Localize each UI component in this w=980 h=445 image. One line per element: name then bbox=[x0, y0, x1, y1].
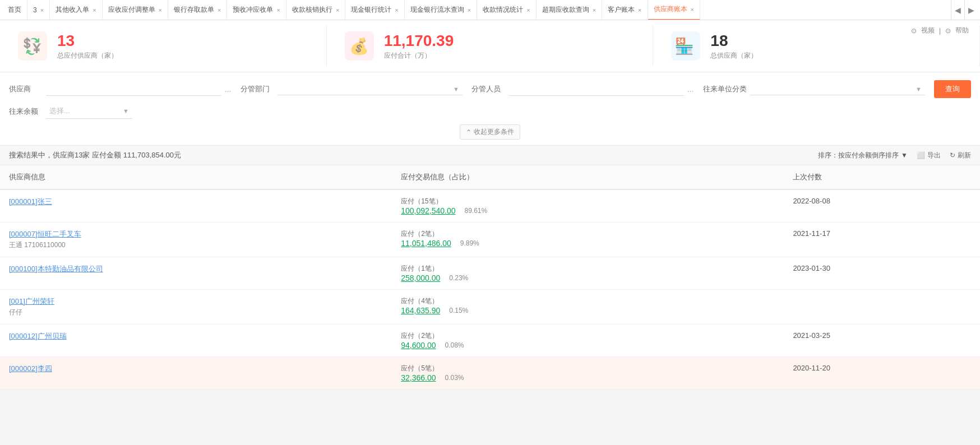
table-row: [000007]恒旺二手叉车王通 17106110000应付（2笔）11,051… bbox=[0, 222, 980, 257]
transaction-label: 应付（2笔） bbox=[401, 331, 775, 341]
table-scroll[interactable]: 供应商信息 应付交易信息（占比） 上次付数 [000001]张三应付（15笔）1… bbox=[0, 165, 980, 390]
tab-bank-deposit-label: 银行存取款单 bbox=[174, 5, 214, 15]
category-select[interactable]: ▼ bbox=[750, 84, 926, 95]
total-suppliers-label: 总供应商（家） bbox=[710, 51, 757, 61]
amount-link[interactable]: 11,051,486.00 bbox=[401, 239, 451, 248]
supplier-link[interactable]: [000002]李四 bbox=[9, 364, 52, 373]
supplier-sub-info: 仔仔 bbox=[9, 308, 383, 317]
supplier-link[interactable]: [001]广州荣轩 bbox=[9, 297, 54, 305]
tab-cash-bank-stats-close[interactable]: × bbox=[395, 7, 398, 13]
supplier-link[interactable]: [000007]恒旺二手叉车 bbox=[9, 230, 81, 238]
sort-select[interactable]: 排序：按应付余额倒序排序 ▼ bbox=[818, 151, 908, 160]
tab-collection-stats[interactable]: 收款情况统计 × bbox=[477, 0, 536, 20]
amount-link[interactable]: 100,092,540.00 bbox=[401, 206, 455, 215]
supplier-table: 供应商信息 应付交易信息（占比） 上次付数 [000001]张三应付（15笔）1… bbox=[0, 165, 980, 390]
transaction-info-cell: 应付（2笔）94,600.000.08% bbox=[392, 325, 784, 357]
filter-row-1: 供应商 ... 分管部门 ▼ 分管人员 ... 往来单位分类 ▼ 查询 bbox=[9, 80, 971, 98]
stat-payable-amount: 💰 11,170.39 应付合计（万） bbox=[327, 26, 654, 66]
tab-advance-offset-close[interactable]: × bbox=[276, 7, 280, 13]
dept-dropdown-icon: ▼ bbox=[453, 86, 459, 92]
amount-row: 100,092,540.0089.61% bbox=[401, 206, 775, 215]
help-link[interactable]: 帮助 bbox=[955, 26, 969, 35]
tab-other-income-close[interactable]: × bbox=[93, 7, 96, 13]
refresh-button[interactable]: ↻ 刷新 bbox=[950, 151, 971, 160]
tab-advance-offset-label: 预收冲应收单 bbox=[233, 5, 273, 15]
tab-collection-verify-label: 收款核销执行 bbox=[292, 5, 332, 15]
tab-cash-bank-stats-label: 现金银行统计 bbox=[351, 5, 391, 15]
tab-3-label: 3 bbox=[33, 6, 37, 14]
transaction-label: 应付（15笔） bbox=[401, 197, 775, 206]
amount-row: 164,635.900.15% bbox=[401, 306, 775, 315]
nav-next-arrow[interactable]: ▶ bbox=[964, 0, 978, 20]
tab-cash-bank-flow[interactable]: 现金银行流水查询 × bbox=[405, 0, 477, 20]
tab-3-close[interactable]: × bbox=[40, 7, 44, 13]
table-row: [000012]广州贝瑞应付（2笔）94,600.000.08%2021-03-… bbox=[0, 325, 980, 357]
person-input[interactable] bbox=[509, 82, 684, 96]
amount-percentage: 0.03% bbox=[445, 374, 464, 382]
stat-payable-suppliers-text: 13 总应付供应商（家） bbox=[57, 31, 118, 61]
last-pay-date: 2023-01-30 bbox=[793, 264, 830, 272]
nav-prev-arrow[interactable]: ◀ bbox=[951, 0, 964, 20]
tab-other-income[interactable]: 其他收入单 × bbox=[50, 0, 102, 20]
amount-percentage: 0.08% bbox=[445, 341, 464, 349]
table-row: [000001]张三应付（15笔）100,092,540.0089.61%202… bbox=[0, 189, 980, 222]
table-row: [001]广州荣轩仔仔应付（4笔）164,635.900.15% bbox=[0, 290, 980, 325]
transaction-label: 应付（2笔） bbox=[401, 229, 775, 239]
last-pay-date: 2021-11-17 bbox=[793, 229, 830, 238]
person-dots-btn[interactable]: ... bbox=[687, 85, 694, 94]
results-bar: 搜索结果中，供应商13家 应付金额 111,703,854.00元 排序：按应付… bbox=[0, 146, 980, 165]
export-button[interactable]: ⬜ 导出 bbox=[917, 151, 941, 160]
tab-overdue-ar[interactable]: 超期应收款查询 × bbox=[537, 0, 602, 20]
transaction-info-cell: 应付（4笔）164,635.900.15% bbox=[392, 290, 784, 325]
filter-balance: 往来余额 选择... ▼ bbox=[9, 104, 132, 119]
balance-dropdown-icon: ▼ bbox=[123, 108, 129, 114]
filter-supplier: 供应商 ... bbox=[9, 82, 232, 96]
sort-label: 排序：按应付余额倒序排序 bbox=[818, 151, 899, 160]
video-link[interactable]: 视频 bbox=[921, 26, 935, 35]
supplier-dots-btn[interactable]: ... bbox=[225, 85, 232, 94]
tab-cash-bank-flow-close[interactable]: × bbox=[468, 7, 471, 13]
collapse-filters-button[interactable]: ⌃ 收起更多条件 bbox=[460, 124, 520, 140]
person-filter-label: 分管人员 bbox=[471, 84, 505, 94]
tab-cash-bank-stats[interactable]: 现金银行统计 × bbox=[345, 0, 404, 20]
tab-supplier-ledger[interactable]: 供应商账本 × bbox=[648, 0, 700, 20]
tab-overdue-ar-close[interactable]: × bbox=[593, 7, 596, 13]
amount-link[interactable]: 32,366.00 bbox=[401, 373, 436, 382]
payable-suppliers-label: 总应付供应商（家） bbox=[57, 51, 118, 61]
dept-select[interactable]: ▼ bbox=[278, 84, 463, 95]
supplier-link[interactable]: [000001]张三 bbox=[9, 197, 52, 206]
tab-customer-ledger-close[interactable]: × bbox=[638, 7, 641, 13]
supplier-input[interactable] bbox=[46, 82, 221, 96]
amount-link[interactable]: 164,635.90 bbox=[401, 306, 440, 315]
tab-ar-ap-adjustment[interactable]: 应收应付调整单 × bbox=[103, 0, 168, 20]
tab-3[interactable]: 3 × bbox=[27, 0, 50, 20]
tab-collection-verify[interactable]: 收款核销执行 × bbox=[286, 0, 345, 20]
tab-supplier-ledger-close[interactable]: × bbox=[691, 6, 694, 13]
tab-bank-deposit-close[interactable]: × bbox=[218, 7, 221, 13]
amount-link[interactable]: 94,600.00 bbox=[401, 341, 436, 350]
tab-ar-ap-adjustment-close[interactable]: × bbox=[159, 7, 162, 13]
supplier-link[interactable]: [000012]广州贝瑞 bbox=[9, 332, 67, 340]
collapse-icon: ⌃ bbox=[466, 128, 471, 136]
export-icon: ⬜ bbox=[917, 151, 925, 159]
tab-customer-ledger[interactable]: 客户账本 × bbox=[602, 0, 648, 20]
tab-collection-stats-close[interactable]: × bbox=[526, 7, 530, 13]
balance-select[interactable]: 选择... ▼ bbox=[46, 104, 132, 119]
total-suppliers-icon: 🏪 bbox=[670, 30, 701, 62]
stat-total-suppliers-text: 18 总供应商（家） bbox=[710, 31, 757, 61]
tab-home[interactable]: 首页 bbox=[2, 0, 27, 20]
collapse-label: 收起更多条件 bbox=[474, 127, 514, 137]
supplier-link[interactable]: [000100]本特勤油品有限公司 bbox=[9, 265, 103, 273]
dept-filter-label: 分管部门 bbox=[241, 84, 274, 94]
tab-customer-ledger-label: 客户账本 bbox=[608, 5, 635, 15]
tab-collection-verify-close[interactable]: × bbox=[336, 7, 339, 13]
tab-advance-offset[interactable]: 预收冲应收单 × bbox=[227, 0, 286, 20]
amount-link[interactable]: 258,000.00 bbox=[401, 274, 440, 282]
export-label: 导出 bbox=[927, 151, 941, 160]
amount-percentage: 89.61% bbox=[465, 207, 488, 215]
transaction-info-cell: 应付（5笔）32,366.000.03% bbox=[392, 357, 784, 390]
tab-ar-ap-adjustment-label: 应收应付调整单 bbox=[108, 5, 155, 15]
supplier-info-cell: [000001]张三 bbox=[0, 189, 392, 222]
search-button[interactable]: 查询 bbox=[934, 80, 971, 98]
tab-bank-deposit[interactable]: 银行存取款单 × bbox=[168, 0, 227, 20]
